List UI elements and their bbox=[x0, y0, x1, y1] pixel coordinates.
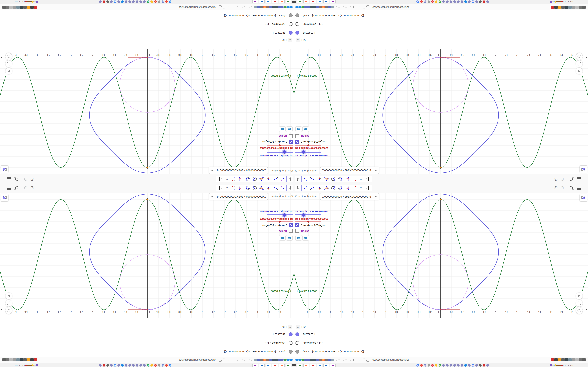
tab-favicon[interactable]: G bbox=[114, 364, 116, 367]
extension-icon[interactable] bbox=[27, 358, 30, 361]
extension-ring-icon[interactable] bbox=[237, 6, 239, 8]
tab-favicon[interactable] bbox=[435, 364, 438, 367]
tab-favicon[interactable] bbox=[132, 0, 135, 3]
point-tool-button[interactable]: A bbox=[302, 176, 309, 182]
line-tool-button[interactable] bbox=[272, 176, 279, 182]
back-icon[interactable]: ← bbox=[227, 6, 230, 9]
url-text[interactable]: /www.geogebra.org/classic/aagcxh3s bbox=[372, 6, 409, 8]
zoom-in-button[interactable] bbox=[5, 60, 12, 67]
move-graphics-tool-button[interactable] bbox=[216, 185, 223, 191]
shield-icon[interactable] bbox=[363, 359, 365, 362]
extension-icon[interactable] bbox=[572, 358, 575, 361]
bookmark-favicon[interactable] bbox=[313, 359, 316, 361]
circle-tool-button[interactable] bbox=[330, 176, 337, 182]
tab-favicon[interactable] bbox=[435, 0, 438, 3]
home-button[interactable] bbox=[576, 68, 583, 75]
curvature-function-dropdown[interactable]: 1.000000000000 + cos(4.00000000000 x) bbox=[320, 193, 379, 200]
tab-favicon[interactable] bbox=[486, 0, 489, 3]
extension-ring-icon[interactable] bbox=[248, 6, 250, 8]
bookmark-favicon[interactable] bbox=[319, 6, 322, 8]
url-text[interactable]: /www.geogebra.org/classic/aagcxh3s bbox=[179, 6, 216, 8]
tab-favicon[interactable]: G bbox=[472, 364, 474, 367]
collapse-list-button[interactable]: − bbox=[296, 325, 300, 329]
bookmark-favicon[interactable] bbox=[325, 359, 328, 361]
tab-favicon[interactable]: i bbox=[158, 364, 160, 367]
lock-icon[interactable] bbox=[366, 359, 369, 362]
bookmark-favicon[interactable] bbox=[272, 359, 275, 361]
row-menu-icon[interactable]: ⋮ bbox=[5, 350, 9, 352]
tab-favicon[interactable]: G bbox=[472, 0, 474, 3]
pinned-tab[interactable] bbox=[272, 0, 278, 3]
pinned-tab[interactable] bbox=[323, 0, 329, 3]
algebra-row-funcs[interactable]: funcs = {1.000000000000 + cos(4.00000000… bbox=[0, 11, 294, 20]
tab-favicon[interactable]: @ bbox=[424, 0, 426, 3]
bookmark-favicon[interactable] bbox=[307, 359, 310, 361]
extension-icon[interactable] bbox=[9, 6, 13, 9]
bookmark-favicon[interactable] bbox=[263, 6, 266, 8]
zoom-in-button[interactable] bbox=[5, 300, 12, 307]
bookmark-favicon[interactable] bbox=[275, 6, 278, 8]
pinned-tab[interactable] bbox=[259, 0, 265, 3]
extension-icon[interactable] bbox=[34, 358, 37, 361]
tab-favicon[interactable]: i bbox=[428, 0, 430, 3]
extension-icon[interactable] bbox=[554, 6, 558, 9]
tab-favicon[interactable]: G bbox=[147, 364, 149, 367]
pinned-tab[interactable] bbox=[297, 364, 303, 367]
extension-icon[interactable] bbox=[30, 6, 34, 9]
shield-icon[interactable] bbox=[223, 359, 225, 362]
arc-position-slider[interactable] bbox=[267, 221, 293, 222]
bookmark-favicon[interactable] bbox=[310, 359, 313, 361]
tab-favicon[interactable] bbox=[139, 364, 142, 367]
folder-icon[interactable] bbox=[231, 6, 234, 8]
back-icon[interactable]: ← bbox=[358, 358, 361, 361]
tracing-checkbox[interactable] bbox=[295, 229, 299, 233]
lock-icon[interactable] bbox=[219, 359, 222, 362]
zoom-out-button[interactable] bbox=[5, 307, 12, 314]
tab-favicon[interactable]: G bbox=[439, 0, 441, 3]
home-button[interactable] bbox=[576, 292, 583, 299]
move-tool-button[interactable] bbox=[286, 176, 293, 182]
extension-ring-icon[interactable] bbox=[251, 359, 253, 361]
polygon-tool-button[interactable] bbox=[258, 185, 265, 191]
curvature-tangent-checkbox[interactable]: ✓ bbox=[289, 140, 293, 144]
tab-favicon[interactable]: * bbox=[106, 0, 109, 3]
extension-icon[interactable] bbox=[579, 6, 582, 9]
angle-tool-button[interactable]: a bbox=[344, 185, 351, 191]
visibility-toggle[interactable] bbox=[295, 22, 299, 26]
bookmark-favicon[interactable] bbox=[266, 6, 269, 8]
tab-favicon[interactable] bbox=[117, 364, 120, 367]
bookmark-favicon[interactable] bbox=[284, 359, 287, 361]
extension-ring-icon[interactable] bbox=[251, 6, 253, 8]
tab-favicon[interactable] bbox=[136, 364, 138, 367]
search-icon[interactable] bbox=[14, 176, 19, 181]
bookmark-favicon[interactable] bbox=[298, 359, 301, 361]
hamburger-menu-icon[interactable] bbox=[7, 176, 11, 181]
extension-icon[interactable] bbox=[9, 358, 13, 361]
line-tool-button[interactable] bbox=[309, 176, 316, 182]
search-icon[interactable] bbox=[569, 186, 574, 191]
bookmark-favicon[interactable] bbox=[328, 359, 331, 361]
angle-tool-button[interactable]: a bbox=[237, 185, 244, 191]
bookmark-favicon[interactable] bbox=[325, 6, 328, 8]
graphics-style-button[interactable] bbox=[1, 166, 9, 173]
bookmark-favicon[interactable] bbox=[287, 359, 290, 361]
bookmark-favicon[interactable] bbox=[281, 6, 284, 8]
tab-favicon[interactable] bbox=[143, 0, 146, 3]
row-menu-icon[interactable]: ⋮ bbox=[579, 332, 583, 334]
tab-favicon[interactable] bbox=[125, 364, 127, 367]
algebra-row-funcnames[interactable]: funcNames = {" "} ⋮ bbox=[0, 19, 294, 28]
tab-favicon[interactable] bbox=[457, 364, 459, 367]
redo-button[interactable]: ↷ bbox=[561, 185, 564, 191]
curvature-tangent-checkbox[interactable]: ✓ bbox=[295, 140, 299, 144]
extension-icon[interactable] bbox=[17, 358, 20, 361]
angle-tool-button[interactable]: a bbox=[344, 176, 351, 182]
move-graphics-tool-button[interactable] bbox=[365, 176, 372, 182]
extension-ring-icon[interactable] bbox=[335, 6, 337, 8]
arc-position-slider-thumb[interactable] bbox=[307, 144, 309, 146]
extension-ring-icon[interactable] bbox=[345, 359, 347, 361]
extension-ring-icon[interactable] bbox=[241, 359, 243, 361]
extension-icon[interactable] bbox=[575, 358, 579, 361]
row-menu-icon[interactable]: ⋮ bbox=[5, 341, 9, 343]
graphics-view[interactable]: -2.4-2.2-2-1.8-1.6-1.4-1.2-1-0.8-0.6-0.4… bbox=[0, 193, 294, 318]
tab-favicon[interactable]: G bbox=[439, 364, 441, 367]
